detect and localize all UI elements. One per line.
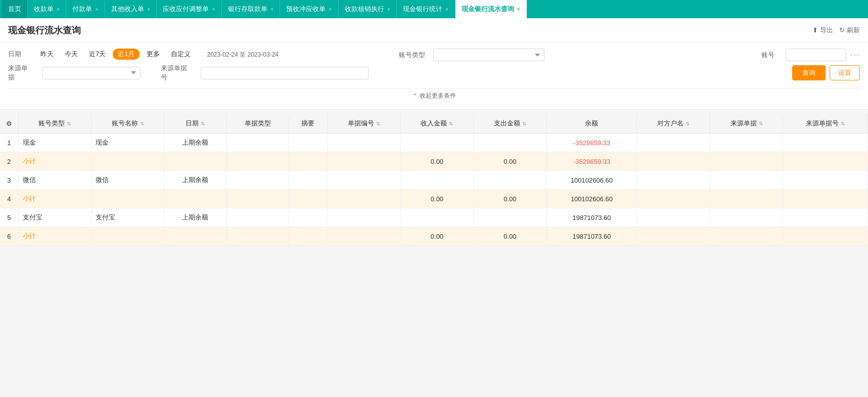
table-cell <box>474 134 546 152</box>
table-cell: 小计 <box>18 227 91 246</box>
account-type-label: 账号类型 <box>399 51 425 60</box>
table-cell: 1 <box>0 134 18 152</box>
date-btn-yesterday[interactable]: 昨天 <box>36 49 58 60</box>
date-btn-1month[interactable]: 近1月 <box>113 49 140 60</box>
table-row: 6小计0.000.0019871073.60 <box>0 227 868 246</box>
table-row: 2小计0.000.00-3528659.33 <box>0 152 868 171</box>
table-cell: -3528659.33 <box>546 152 637 171</box>
table-cell <box>91 152 164 171</box>
source-doc-select[interactable] <box>42 67 141 79</box>
date-btn-more[interactable]: 更多 <box>143 49 164 60</box>
col-date[interactable]: 日期⇅ <box>164 114 226 134</box>
close-icon[interactable]: × <box>329 6 332 12</box>
table-cell: 3 <box>0 171 18 190</box>
table-cell <box>91 227 164 246</box>
query-button[interactable]: 查询 <box>792 65 826 80</box>
table-cell: 0.00 <box>474 152 546 171</box>
table-cell <box>328 134 400 152</box>
col-counterpart[interactable]: 对方户名⇅ <box>637 114 710 134</box>
nav-tab-payment[interactable]: 付款单 × <box>66 0 105 18</box>
table-row: 5支付宝支付宝上期余额19871073.60 <box>0 208 868 227</box>
close-icon[interactable]: × <box>517 6 520 12</box>
nav-tab-verify[interactable]: 收款核销执行 × <box>339 0 397 18</box>
table-cell <box>637 171 710 190</box>
table-cell <box>783 171 868 190</box>
refresh-icon: ↻ <box>839 26 845 34</box>
table-cell <box>328 171 400 190</box>
col-account-type[interactable]: 账号类型⇅ <box>18 114 91 134</box>
filter-row-account-type: 账号类型 <box>399 49 759 61</box>
top-nav: 首页 收款单 × 付款单 × 其他收入单 × 应收应付调整单 × 银行存取款单 … <box>0 0 868 18</box>
nav-tab-stats[interactable]: 现金银行统计 × <box>397 0 455 18</box>
source-doc-no-input[interactable] <box>201 67 368 79</box>
table-cell <box>783 152 868 171</box>
col-settings[interactable]: ⚙ <box>0 114 18 134</box>
table-cell: -3528659.33 <box>546 134 637 152</box>
nav-tab-receipt[interactable]: 收款单 × <box>28 0 66 18</box>
close-icon[interactable]: × <box>270 6 273 12</box>
close-icon[interactable]: × <box>212 6 215 12</box>
table-cell <box>328 208 400 227</box>
nav-tab-other-income[interactable]: 其他收入单 × <box>105 0 157 18</box>
close-icon[interactable]: × <box>57 6 60 12</box>
close-icon[interactable]: × <box>147 6 150 12</box>
page-header: 现金银行流水查询 ⬆ 导出 ↻ 刷新 <box>0 18 868 42</box>
nav-tab-adjustment[interactable]: 应收应付调整单 × <box>157 0 221 18</box>
col-balance: 余额 <box>546 114 637 134</box>
table-cell <box>637 152 710 171</box>
col-expense[interactable]: 支出金额⇅ <box>474 114 546 134</box>
nav-tab-prepay[interactable]: 预收冲应收单 × <box>280 0 338 18</box>
table-cell <box>400 208 473 227</box>
col-doc-type: 单据类型 <box>226 114 289 134</box>
nav-tab-cashflow[interactable]: 现金银行流水查询 × <box>455 0 527 18</box>
page-title: 现金银行流水查询 <box>8 24 81 36</box>
collapse-bar[interactable]: ⌃ 收起更多条件 <box>8 88 860 103</box>
account-ellipsis-button[interactable]: ··· <box>850 51 860 60</box>
date-btn-custom[interactable]: 自定义 <box>167 49 195 60</box>
account-input[interactable] <box>786 49 846 61</box>
export-button[interactable]: ⬆ 导出 <box>812 26 833 35</box>
table-cell: 100102606.60 <box>546 171 637 190</box>
filter-row-date: 日期 昨天 今天 近7天 近1月 更多 自定义 2023-02-24 至 202… <box>8 49 369 60</box>
table-cell <box>164 152 226 171</box>
col-source-doc-no[interactable]: 来源单据号⇅ <box>783 114 868 134</box>
refresh-button[interactable]: ↻ 刷新 <box>839 26 860 35</box>
table-cell <box>226 134 289 152</box>
table-cell <box>226 227 289 246</box>
table-cell: 支付宝 <box>18 208 91 227</box>
table-cell: 现金 <box>18 134 91 152</box>
table-cell: 2 <box>0 152 18 171</box>
account-label: 账号 <box>761 51 782 60</box>
table-cell: 5 <box>0 208 18 227</box>
table-cell: 现金 <box>91 134 164 152</box>
table-cell: 0.00 <box>400 152 473 171</box>
table-cell <box>226 171 289 190</box>
col-source-doc[interactable]: 来源单据⇅ <box>710 114 783 134</box>
close-icon[interactable]: × <box>387 6 390 12</box>
table-cell: 上期余额 <box>164 134 226 152</box>
close-icon[interactable]: × <box>445 6 448 12</box>
nav-tab-bank[interactable]: 银行存取款单 × <box>222 0 280 18</box>
table-cell: 微信 <box>18 171 91 190</box>
table-cell <box>328 190 400 208</box>
date-btn-today[interactable]: 今天 <box>61 49 82 60</box>
account-type-select[interactable] <box>433 49 544 61</box>
table-row: 1现金现金上期余额-3528659.33 <box>0 134 868 152</box>
filter-row-source: 来源单据 来源单据号 <box>8 64 369 82</box>
table-cell <box>226 152 289 171</box>
date-btn-7days[interactable]: 近7天 <box>85 49 110 60</box>
close-icon[interactable]: × <box>95 6 98 12</box>
settings-button[interactable]: 设置 <box>830 65 860 80</box>
table-cell <box>710 227 783 246</box>
table-cell <box>164 190 226 208</box>
nav-tab-home[interactable]: 首页 <box>2 0 28 18</box>
table-cell: 0.00 <box>474 190 546 208</box>
table-cell <box>400 134 473 152</box>
source-doc-label: 来源单据 <box>8 64 34 82</box>
col-doc-no[interactable]: 单据编号⇅ <box>328 114 400 134</box>
col-income[interactable]: 收入金额⇅ <box>400 114 473 134</box>
table-header-row: ⚙ 账号类型⇅ 账号名称⇅ 日期⇅ 单据类型 摘要 单据编号⇅ 收入金额⇅ <box>0 114 868 134</box>
table-cell <box>400 171 473 190</box>
col-account-name[interactable]: 账号名称⇅ <box>91 114 164 134</box>
table-cell <box>783 227 868 246</box>
